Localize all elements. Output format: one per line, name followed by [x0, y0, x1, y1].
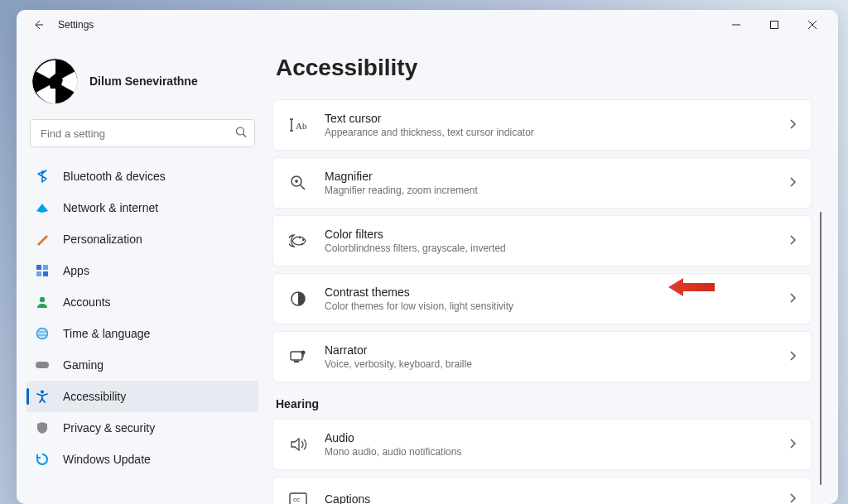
user-name: Dilum Senevirathne: [89, 74, 198, 88]
sidebar-item-label: Windows Update: [63, 453, 151, 466]
svg-point-12: [40, 297, 45, 302]
text-cursor-icon: Ab: [288, 115, 308, 135]
card-subtitle: Magnifier reading, zoom increment: [325, 185, 789, 196]
sidebar-item-bluetooth[interactable]: Bluetooth & devices: [26, 161, 258, 192]
titlebar: Settings: [17, 10, 838, 40]
avatar: [31, 58, 78, 104]
card-subtitle: Voice, verbosity, keyboard, braille: [325, 358, 789, 370]
svg-rect-9: [43, 265, 48, 270]
wifi-icon: [35, 200, 50, 215]
apps-icon: [35, 263, 50, 278]
search-icon: [235, 127, 247, 141]
contrast-icon: [288, 289, 308, 309]
svg-text:Ab: Ab: [296, 121, 307, 131]
chevron-right-icon: [789, 292, 796, 305]
sidebar-item-gaming[interactable]: Gaming: [26, 349, 258, 381]
sidebar-item-label: Accounts: [63, 295, 111, 309]
magnifier-icon: [288, 173, 308, 193]
chevron-right-icon: [789, 350, 796, 363]
chevron-right-icon: [789, 234, 796, 247]
scrollbar[interactable]: [820, 212, 822, 485]
settings-card-color-filters[interactable]: Color filtersColorblindness filters, gra…: [272, 215, 812, 266]
sidebar-item-label: Bluetooth & devices: [63, 170, 166, 183]
search-box[interactable]: [30, 119, 255, 147]
bluetooth-icon: [35, 169, 50, 184]
chevron-right-icon: [789, 118, 796, 132]
chevron-right-icon: [789, 438, 796, 451]
svg-point-27: [301, 351, 306, 355]
hearing-section-label: Hearing: [276, 397, 812, 410]
sidebar-item-label: Apps: [63, 264, 89, 277]
settings-card-audio[interactable]: AudioMono audio, audio notifications: [272, 419, 812, 470]
settings-card-captions[interactable]: ccCaptions: [272, 477, 812, 504]
card-title: Color filters: [325, 228, 789, 241]
svg-rect-8: [36, 265, 41, 270]
svg-rect-14: [36, 362, 49, 368]
settings-card-narrator[interactable]: NarratorVoice, verbosity, keyboard, brai…: [272, 331, 812, 382]
person-icon: [35, 295, 50, 310]
svg-text:cc: cc: [293, 496, 300, 503]
sidebar-item-apps[interactable]: Apps: [26, 255, 258, 286]
settings-card-magnifier[interactable]: MagnifierMagnifier reading, zoom increme…: [272, 157, 812, 209]
svg-rect-25: [291, 352, 302, 360]
sidebar-item-label: Time & language: [63, 327, 150, 340]
svg-rect-1: [771, 22, 778, 29]
svg-point-22: [302, 239, 304, 241]
sidebar-item-label: Gaming: [63, 358, 104, 372]
maximize-button[interactable]: [755, 12, 793, 38]
card-subtitle: Appearance and thickness, text cursor in…: [325, 127, 789, 138]
globe-icon: [35, 326, 50, 341]
card-title: Captions: [325, 492, 789, 504]
svg-line-20: [301, 185, 306, 190]
gaming-icon: [35, 358, 50, 372]
sidebar-item-label: Network & internet: [63, 201, 158, 214]
svg-rect-26: [294, 361, 299, 362]
shield-icon: [35, 420, 50, 435]
card-title: Audio: [325, 431, 789, 444]
svg-point-6: [237, 127, 244, 135]
settings-card-contrast[interactable]: Contrast themesColor themes for low visi…: [272, 273, 812, 324]
window-title: Settings: [58, 19, 94, 31]
color-filters-icon: [288, 231, 308, 251]
close-button[interactable]: [793, 12, 831, 38]
captions-icon: cc: [288, 489, 308, 504]
card-subtitle: Colorblindness filters, grayscale, inver…: [325, 242, 789, 254]
card-title: Contrast themes: [325, 286, 789, 299]
sidebar-item-brush[interactable]: Personalization: [26, 223, 258, 255]
card-title: Narrator: [325, 343, 789, 357]
settings-card-text-cursor[interactable]: AbText cursorAppearance and thickness, t…: [272, 99, 812, 151]
minimize-button[interactable]: [717, 12, 755, 38]
chevron-right-icon: [789, 176, 796, 190]
card-subtitle: Mono audio, audio notifications: [325, 446, 789, 458]
sidebar-item-shield[interactable]: Privacy & security: [26, 412, 258, 444]
settings-window: Settings Dilum Senevirathne: [17, 10, 838, 504]
accessibility-icon: [35, 389, 50, 404]
sidebar-item-accessibility[interactable]: Accessibility: [26, 381, 258, 412]
sidebar-item-person[interactable]: Accounts: [26, 286, 258, 318]
narrator-icon: [288, 347, 308, 367]
search-input[interactable]: [30, 119, 255, 147]
svg-line-7: [243, 134, 247, 137]
sidebar-item-update[interactable]: Windows Update: [26, 444, 258, 475]
sidebar-item-label: Personalization: [63, 233, 142, 246]
chevron-right-icon: [789, 492, 796, 504]
page-title: Accessibility: [276, 55, 812, 81]
svg-rect-11: [43, 271, 48, 276]
audio-icon: [288, 434, 308, 454]
back-button[interactable]: [30, 17, 46, 33]
sidebar-item-globe[interactable]: Time & language: [26, 318, 258, 349]
sidebar-item-label: Privacy & security: [63, 421, 155, 434]
card-title: Magnifier: [325, 170, 789, 183]
svg-rect-10: [36, 271, 41, 276]
main-content[interactable]: Accessibility AbText cursorAppearance an…: [265, 40, 838, 504]
card-title: Text cursor: [325, 112, 789, 125]
user-account-row[interactable]: Dilum Senevirathne: [26, 48, 258, 119]
nav-list: Bluetooth & devicesNetwork & internetPer…: [26, 161, 258, 475]
sidebar: Dilum Senevirathne Bluetooth & devicesNe…: [17, 40, 265, 504]
brush-icon: [35, 232, 50, 247]
card-subtitle: Color themes for low vision, light sensi…: [325, 300, 789, 312]
svg-point-13: [37, 329, 48, 339]
svg-point-15: [41, 391, 44, 394]
update-icon: [35, 452, 50, 467]
sidebar-item-wifi[interactable]: Network & internet: [26, 192, 258, 223]
